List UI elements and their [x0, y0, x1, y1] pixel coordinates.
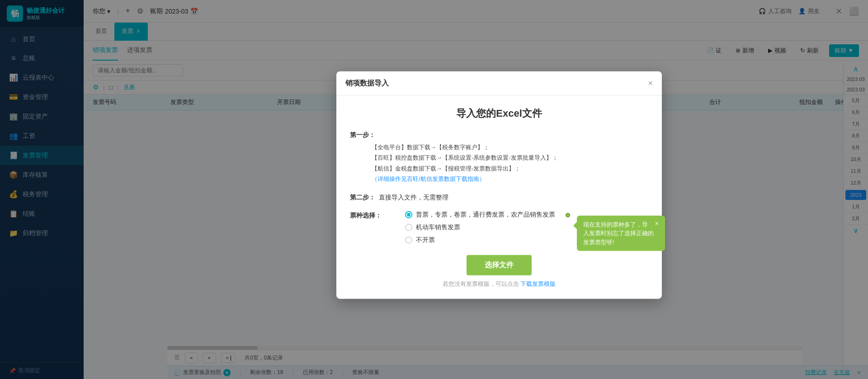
- tooltip-dot: [566, 213, 570, 218]
- ticket-select-row: 票种选择： 普票，专票，卷票，通行费发票，农产品销售发票: [350, 210, 648, 244]
- step-1: 第一步： 【全电平台】数据下载→【税务数字账户】； 【百旺】税控盘数据下载→【系…: [350, 131, 648, 185]
- select-file-button[interactable]: 选择文件: [467, 255, 532, 275]
- tooltip-bubble: × 现在支持的票种多了，导入发票时别忘了选择正确的发票类型呀!: [577, 215, 665, 251]
- ticket-select: 票种选择： 普票，专票，卷票，通行费发票，农产品销售发票: [350, 210, 648, 244]
- tooltip-close-btn[interactable]: ×: [655, 220, 659, 226]
- modal-header: 销项数据导入 ×: [336, 71, 662, 96]
- step2-label: 第二步： 直接导入文件，无需整理: [350, 193, 648, 201]
- import-title: 导入您的Excel文件: [350, 107, 648, 120]
- modal-title: 销项数据导入: [345, 79, 389, 88]
- import-modal: 销项数据导入 × 导入您的Excel文件 第一步： 【全电平台】数据下载→【税务…: [336, 71, 662, 299]
- radio-none[interactable]: 不开票: [405, 236, 570, 244]
- radio-circle-none: [405, 236, 412, 243]
- ticket-label: 票种选择：: [350, 211, 382, 219]
- download-template-link[interactable]: 下载发票模版: [520, 280, 556, 287]
- step1-content: 【全电平台】数据下载→【税务数字账户】； 【百旺】税控盘数据下载→【系统设置-系…: [372, 142, 648, 185]
- radio-circle-motor: [405, 223, 412, 231]
- radio-circle-common: [405, 211, 412, 218]
- radio-group: 普票，专票，卷票，通行费发票，农产品销售发票 × 现在支持的票种多了，导入发票时…: [405, 210, 570, 244]
- modal-footer-note: 若您没有发票模版，可以点击 下载发票模版: [350, 280, 648, 288]
- step-2: 第二步： 直接导入文件，无需整理: [350, 193, 648, 201]
- radio-inner-common: [407, 213, 410, 216]
- modal-close-button[interactable]: ×: [648, 79, 653, 88]
- modal-body: 导入您的Excel文件 第一步： 【全电平台】数据下载→【税务数字账户】； 【百…: [336, 96, 662, 299]
- radio-motor[interactable]: 机动车销售发票: [405, 223, 570, 231]
- radio-common[interactable]: 普票，专票，卷票，通行费发票，农产品销售发票 × 现在支持的票种多了，导入发票时…: [405, 210, 570, 218]
- step1-label: 第一步：: [350, 131, 648, 139]
- modal-btn-area: 选择文件: [350, 255, 648, 275]
- guide-link[interactable]: （详细操作见百旺/航信发票数据下载指南）: [372, 175, 485, 182]
